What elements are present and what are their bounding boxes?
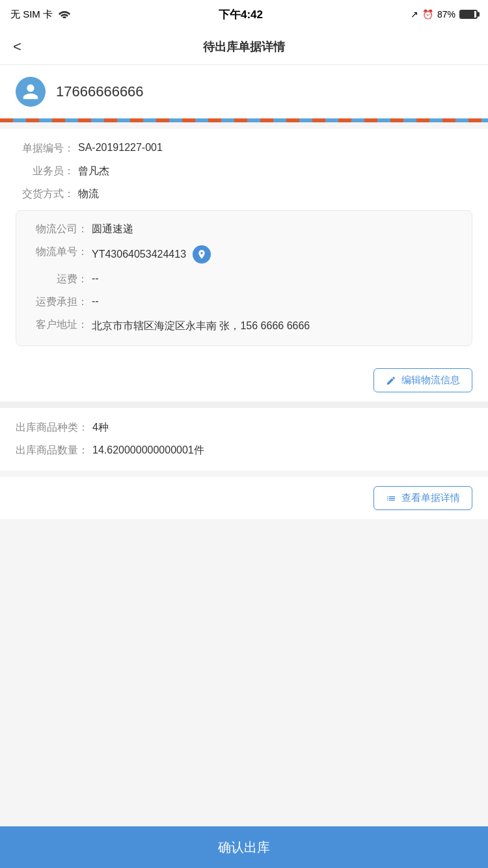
battery-icon [459,10,478,19]
goods-quantity-row: 出库商品数量： 14.620000000000001件 [16,444,472,457]
delivery-method-row: 交货方式： 物流 [16,187,472,201]
edit-logistics-area: 编辑物流信息 [0,359,488,401]
freight-bear-label: 运费承担： [29,295,88,309]
customer-header: 17666666666 [0,65,488,118]
battery-label: 87% [437,9,455,20]
view-details-area: 查看单据详情 [0,477,488,519]
back-button[interactable]: < [13,38,21,55]
order-no-label: 单据编号： [16,142,74,156]
order-no-value: SA-20191227-001 [78,142,472,154]
nav-bar: < 待出库单据详情 [0,29,488,65]
goods-types-row: 出库商品种类： 4种 [16,421,472,435]
customer-phone: 17666666666 [56,83,144,100]
location-icon: ↗ [411,9,418,20]
wifi-icon [58,9,71,20]
goods-section: 出库商品种类： 4种 出库商品数量： 14.620000000000001件 [0,408,488,470]
order-info-section: 单据编号： SA-20191227-001 业务员： 曾凡杰 交货方式： 物流 … [0,129,488,359]
edit-icon [386,375,396,386]
logistics-company-row: 物流公司： 圆通速递 [29,223,459,236]
avatar [16,77,46,107]
goods-types-value: 4种 [92,421,472,435]
section-divider [0,401,488,408]
alarm-icon: ⏰ [422,9,433,20]
goods-quantity-value: 14.620000000000001件 [92,444,472,457]
status-bar: 无 SIM 卡 下午4:42 ↗ ⏰ 87% [0,0,488,29]
tracking-location-button[interactable] [193,245,211,264]
salesman-value: 曾凡杰 [78,165,472,178]
logistics-company-value: 圆通速递 [92,223,459,236]
confirm-btn-label: 确认出库 [218,839,270,856]
freight-value: -- [92,273,459,284]
delivery-method-value: 物流 [78,187,472,201]
dashed-separator [0,118,488,122]
logistics-tracking-row: 物流单号： YT43064053424413 [29,245,459,264]
list-icon [386,493,396,504]
view-details-label: 查看单据详情 [401,492,460,504]
logistics-tracking-value: YT43064053424413 [92,245,459,264]
carrier-label: 无 SIM 卡 [10,8,53,21]
address-label: 客户地址： [29,318,88,332]
freight-row: 运费： -- [29,273,459,286]
view-details-button[interactable]: 查看单据详情 [373,486,472,510]
edit-logistics-label: 编辑物流信息 [401,374,460,387]
freight-bear-value: -- [92,295,459,307]
logistics-card: 物流公司： 圆通速递 物流单号： YT43064053424413 运费： --… [16,210,472,346]
status-right: ↗ ⏰ 87% [411,9,478,20]
address-value: 北京市市辖区海淀区永丰南 张，156 6666 6666 [92,318,459,334]
confirm-outbound-button[interactable]: 确认出库 [0,826,488,868]
status-left: 无 SIM 卡 [10,8,71,21]
goods-types-label: 出库商品种类： [16,421,88,435]
order-no-row: 单据编号： SA-20191227-001 [16,142,472,156]
page-title: 待出库单据详情 [203,39,285,55]
time-label: 下午4:42 [219,7,263,22]
bottom-area [0,519,488,649]
freight-bear-row: 运费承担： -- [29,295,459,309]
salesman-row: 业务员： 曾凡杰 [16,165,472,178]
delivery-method-label: 交货方式： [16,187,74,201]
freight-label: 运费： [29,273,88,286]
goods-quantity-label: 出库商品数量： [16,444,88,457]
logistics-company-label: 物流公司： [29,223,88,236]
address-row: 客户地址： 北京市市辖区海淀区永丰南 张，156 6666 6666 [29,318,459,334]
edit-logistics-button[interactable]: 编辑物流信息 [373,368,472,392]
salesman-label: 业务员： [16,165,74,178]
logistics-tracking-label: 物流单号： [29,245,88,259]
